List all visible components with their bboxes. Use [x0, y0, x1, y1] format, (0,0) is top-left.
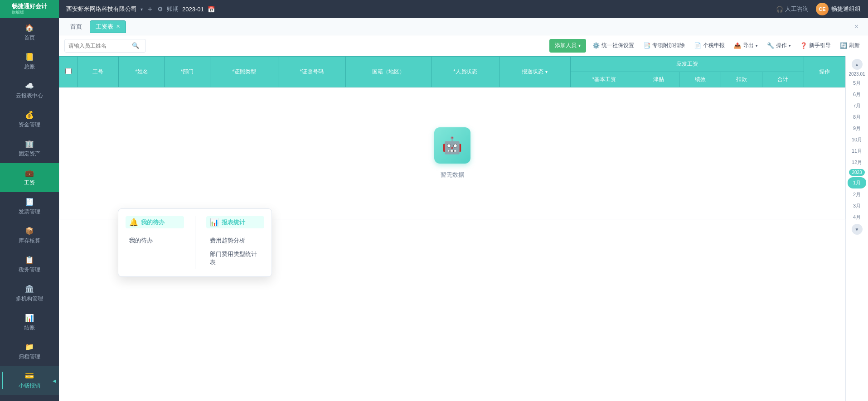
refresh-label: 刷新	[849, 42, 860, 49]
table-header-name: *姓名	[119, 57, 165, 87]
sidebar-item-inventory[interactable]: 📦 库存核算	[0, 221, 59, 250]
search-input[interactable]	[68, 43, 132, 49]
sidebar: 🏠 首页 📒 总账 ☁️ 云报表中心 💰 资金管理 🏢 固定资产 💼 工资 🧾 …	[0, 18, 59, 401]
settings-icon[interactable]: ⚙	[157, 5, 163, 13]
operations-button[interactable]: 🔧 操作 ▾	[764, 42, 794, 49]
headphone-icon: 🎧	[776, 6, 783, 13]
popup-item-cost-trend[interactable]: 费用趋势分析	[206, 234, 265, 247]
tab-salary[interactable]: 工资表 ✕	[90, 20, 126, 33]
sidebar-item-fixed-assets[interactable]: 🏢 固定资产	[0, 134, 59, 163]
toolbar: 🔍 添加人员 ▾ ⚙️ 统一社保设置 📑 专项附加扣除 📄 个税申报 📤 导出	[59, 35, 868, 56]
tab-home[interactable]: 首页	[64, 20, 88, 33]
sidebar-item-expense[interactable]: 💳 小畅报销 ◀	[0, 366, 59, 395]
add-person-button[interactable]: 添加人员 ▾	[549, 39, 586, 53]
timeline-nav-up[interactable]: ▲	[852, 59, 863, 70]
add-company-icon[interactable]: ＋	[146, 5, 154, 14]
export-chevron-icon: ▾	[756, 43, 758, 48]
table-header-person-status: *人员状态	[431, 57, 499, 87]
special-deduction-button[interactable]: 📑 专项附加扣除	[640, 42, 688, 49]
sidebar-item-fund[interactable]: 💰 资金管理	[0, 105, 59, 134]
table-header-should-pay: 应发工资	[570, 57, 804, 72]
timeline-month-apr[interactable]: 4月	[846, 212, 868, 223]
timeline-month-11[interactable]: 11月	[846, 145, 868, 157]
sidebar-item-archive[interactable]: 📁 归档管理	[0, 337, 59, 366]
operations-chevron-icon: ▾	[789, 43, 791, 48]
tabs-bar: 首页 工资表 ✕ ✕	[59, 18, 868, 35]
timeline-month-9[interactable]: 9月	[846, 123, 868, 134]
sidebar-label-archive: 归档管理	[19, 353, 40, 361]
timeline-month-7[interactable]: 7月	[846, 100, 868, 111]
table-header-report-status: 报送状态 ▾	[499, 57, 570, 87]
logo-sub: 旗舰版	[12, 10, 47, 15]
timeline-month-6[interactable]: 6月	[846, 89, 868, 100]
popup-divider	[195, 216, 195, 269]
special-deduction-icon: 📑	[643, 42, 650, 49]
timeline-nav-down[interactable]: ▼	[852, 224, 863, 235]
period-label: 账期	[167, 5, 179, 13]
operations-icon: 🔧	[767, 42, 774, 49]
calendar-icon[interactable]: 📅	[208, 6, 215, 13]
guide-button[interactable]: ❓ 新手引导	[797, 42, 834, 49]
guide-label: 新手引导	[809, 42, 831, 49]
timeline-month-mar[interactable]: 3月	[846, 200, 868, 212]
tab-close-icon[interactable]: ✕	[116, 24, 120, 29]
sidebar-item-basic-settings[interactable]: ⚙️ 基础设置	[0, 395, 59, 401]
select-all-checkbox[interactable]	[65, 68, 72, 74]
user-area[interactable]: CE 畅捷通组组	[816, 3, 861, 15]
sidebar-item-home[interactable]: 🏠 首页	[0, 18, 59, 47]
sidebar-item-multi-org[interactable]: 🏛️ 多机构管理	[0, 279, 59, 308]
ledger-icon: 📒	[25, 53, 34, 61]
popup-section-todo: 🔔 我的待办 我的待办	[126, 216, 184, 269]
timeline-panel: ▲ 2023.01 5月 6月 7月 8月 9月 10月	[845, 56, 868, 401]
timeline-month-5[interactable]: 5月	[846, 77, 868, 89]
popup-section-todo-title[interactable]: 🔔 我的待办	[126, 216, 184, 228]
close-panel-icon[interactable]: ✕	[854, 23, 859, 30]
customer-service-label: 人工咨询	[785, 5, 809, 13]
report-filter-icon[interactable]: ▾	[545, 69, 548, 74]
sidebar-item-tax[interactable]: 📋 税务管理	[0, 250, 59, 279]
sidebar-item-cloud-report[interactable]: ☁️ 云报表中心	[0, 76, 59, 105]
sidebar-item-ledger[interactable]: 📒 总账	[0, 47, 59, 76]
sidebar-label-fund: 资金管理	[19, 121, 40, 129]
chevron-down-icon[interactable]: ▾	[141, 7, 143, 12]
sidebar-item-salary[interactable]: 💼 工资	[0, 163, 59, 192]
table-subheader-total: 合计	[762, 72, 804, 87]
sidebar-item-invoice[interactable]: 🧾 发票管理	[0, 192, 59, 221]
logo-area: 畅捷通好会计 旗舰版	[0, 0, 59, 18]
empty-state: 🤖 暂无数据	[64, 91, 840, 215]
sidebar-label-invoice: 发票管理	[19, 208, 40, 216]
timeline-month-8[interactable]: 8月	[846, 111, 868, 123]
building-icon: 🏢	[25, 140, 34, 148]
popup-section-report-label: 报表统计	[222, 218, 245, 227]
multi-org-icon: 🏛️	[25, 285, 34, 293]
personal-tax-icon: 📄	[694, 42, 701, 49]
special-deduction-label: 专项附加扣除	[652, 42, 685, 49]
popup-item-dept-cost[interactable]: 部门费用类型统计表	[206, 247, 265, 269]
timeline-month-10[interactable]: 10月	[846, 134, 868, 145]
personal-tax-button[interactable]: 📄 个税申报	[691, 42, 727, 49]
tax-icon: 📋	[25, 256, 34, 264]
sidebar-label-tax: 税务管理	[19, 266, 40, 274]
table-subheader-base-salary: *基本工资	[570, 72, 638, 87]
popup-menu: 🔔 我的待办 我的待办 📊 报表统计 费用趋势分析	[118, 208, 272, 277]
refresh-button[interactable]: 🔄 刷新	[837, 42, 863, 49]
sidebar-label-salary: 工资	[24, 179, 35, 187]
sidebar-item-settlement[interactable]: 📊 结账	[0, 308, 59, 337]
avatar-initials: CE	[819, 6, 825, 12]
timeline-month-12[interactable]: 12月	[846, 157, 868, 168]
sidebar-label-ledger: 总账	[24, 63, 35, 71]
company-name[interactable]: 西安虾米网络科技有限公司	[66, 5, 137, 13]
logo-text: 畅捷通好会计	[12, 3, 47, 10]
export-button[interactable]: 📤 导出 ▾	[731, 42, 761, 49]
popup-item-my-todo[interactable]: 我的待办	[126, 234, 184, 247]
customer-service-button[interactable]: 🎧 人工咨询	[776, 5, 809, 13]
social-insurance-button[interactable]: ⚙️ 统一社保设置	[590, 42, 637, 49]
popup-section-report: 📊 报表统计 费用趋势分析 部门费用类型统计表	[206, 216, 265, 269]
avatar: CE	[816, 3, 829, 15]
table-subheader-bonus: 津贴	[638, 72, 679, 87]
timeline-month-jan[interactable]: 1月	[848, 177, 866, 188]
sidebar-label-cloud: 云报表中心	[16, 92, 43, 100]
popup-section-report-title[interactable]: 📊 报表统计	[206, 216, 265, 228]
table-subheader-performance: 绩效	[679, 72, 721, 87]
timeline-month-feb[interactable]: 2月	[846, 189, 868, 200]
